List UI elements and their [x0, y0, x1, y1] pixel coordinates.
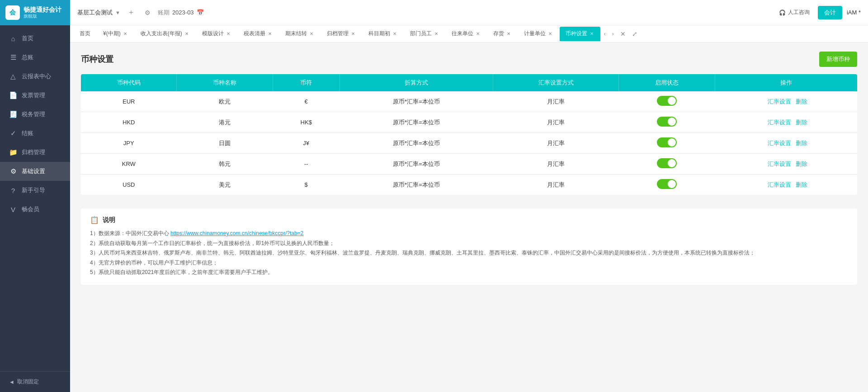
- toggle-switch[interactable]: [657, 117, 677, 127]
- tab-item[interactable]: 往来单位✕: [446, 27, 486, 41]
- tab-item[interactable]: 计量单位✕: [518, 27, 559, 41]
- tab-close-icon[interactable]: ✕: [434, 31, 439, 36]
- tab-close-icon[interactable]: ✕: [506, 31, 511, 36]
- sidebar-item-label: 新手引导: [22, 186, 45, 194]
- invoice-icon: 📄: [9, 91, 17, 99]
- col-method: 折算方式: [340, 74, 493, 91]
- cell-symbol: €: [273, 91, 340, 112]
- sidebar-item-label: 归档管理: [22, 148, 45, 156]
- sidebar-item-checkout[interactable]: ✓ 结账: [0, 124, 70, 143]
- cell-code: JPY: [81, 133, 177, 154]
- tab-close-icon[interactable]: ✕: [123, 31, 128, 36]
- tab-item[interactable]: 存货✕: [487, 27, 517, 41]
- delete-link[interactable]: 删除: [796, 181, 807, 188]
- tab-close-all-button[interactable]: ✕: [618, 28, 628, 39]
- sidebar-item-label: 税务管理: [22, 110, 45, 118]
- toggle-switch[interactable]: [657, 179, 677, 189]
- tab-item[interactable]: 归档管理✕: [321, 27, 362, 41]
- accounting-button[interactable]: 会计: [818, 6, 842, 19]
- rate-setting-link[interactable]: 汇率设置: [768, 181, 791, 188]
- cell-actions: 汇率设置 删除: [715, 154, 857, 175]
- delete-link[interactable]: 删除: [796, 140, 807, 146]
- sidebar-item-member[interactable]: V 畅会员: [0, 200, 70, 219]
- tab-close-icon[interactable]: ✕: [184, 31, 189, 36]
- sidebar: 会 畅捷通好会计 旗舰版 ⌂ 首页 ☰ 总账 △ 云报表中心 📄 发票管理 🧾 …: [0, 0, 70, 392]
- sidebar-item-label: 结账: [22, 129, 33, 137]
- sidebar-item-tax[interactable]: 🧾 税务管理: [0, 105, 70, 124]
- cell-rate-type: 月汇率: [493, 133, 619, 154]
- sidebar-item-reports[interactable]: △ 云报表中心: [0, 67, 70, 86]
- sidebar-item-settings[interactable]: ⚙ 基础设置: [0, 162, 70, 181]
- sidebar-footer[interactable]: ◄ 取消固定: [0, 371, 70, 392]
- delete-link[interactable]: 删除: [796, 98, 807, 105]
- rate-setting-link[interactable]: 汇率设置: [768, 140, 791, 146]
- cell-actions: 汇率设置 删除: [715, 91, 857, 112]
- pin-icon: ◄: [9, 379, 14, 385]
- tab-close-icon[interactable]: ✕: [547, 31, 553, 36]
- new-currency-button[interactable]: 新增币种: [819, 52, 857, 67]
- settings-icon[interactable]: ⚙: [142, 8, 153, 17]
- tab-label: 存货: [493, 30, 504, 38]
- tabbar: 首页¥(中期)✕收入支出表(年报)✕模版设计✕税表清册✕期末结转✕归档管理✕科目…: [70, 25, 868, 43]
- sidebar-item-guide[interactable]: ? 新手引导: [0, 181, 70, 200]
- table-header-row: 币种代码 币种名称 币符 折算方式 汇率设置方式 启用状态 操作: [81, 74, 857, 91]
- table-row: JPY 日圆 J¥ 原币*汇率=本位币 月汇率 汇率设置 删除: [81, 133, 857, 154]
- cell-code: KRW: [81, 154, 177, 175]
- sidebar-item-archive[interactable]: 📁 归档管理: [0, 143, 70, 162]
- notes-link[interactable]: https://www.chinamoney.com.cn/chinese/bk…: [170, 230, 303, 236]
- tab-prev-button[interactable]: ‹: [601, 29, 609, 39]
- sidebar-nav: ⌂ 首页 ☰ 总账 △ 云报表中心 📄 发票管理 🧾 税务管理 ✓ 结账 📁 归…: [0, 25, 70, 371]
- add-tab-button[interactable]: ＋: [125, 7, 137, 18]
- company-selector[interactable]: 基层工会测试 ▼: [77, 9, 120, 17]
- tab-item[interactable]: ¥(中期)✕: [97, 27, 134, 41]
- tab-close-icon[interactable]: ✕: [309, 31, 314, 36]
- sidebar-item-label: 云报表中心: [22, 72, 51, 80]
- cell-symbol: J¥: [273, 133, 340, 154]
- notes-item: 1）数据来源：中国外汇交易中心 https://www.chinamoney.c…: [90, 229, 848, 239]
- reports-icon: △: [9, 72, 17, 80]
- toggle-thumb: [668, 138, 676, 146]
- tab-item[interactable]: 币种设置✕: [560, 27, 600, 41]
- toggle-switch[interactable]: [657, 158, 677, 168]
- rate-setting-link[interactable]: 汇率设置: [768, 98, 791, 105]
- checkout-icon: ✓: [9, 129, 17, 137]
- tab-item[interactable]: 科目期初✕: [363, 27, 403, 41]
- tab-item[interactable]: 期末结转✕: [279, 27, 320, 41]
- cell-method: 原币*汇率=本位币: [340, 112, 493, 133]
- tab-close-icon[interactable]: ✕: [589, 31, 594, 36]
- rate-setting-link[interactable]: 汇率设置: [768, 119, 791, 126]
- tab-item[interactable]: 模版设计✕: [196, 27, 237, 41]
- tab-label: ¥(中期): [103, 30, 121, 38]
- tab-close-icon[interactable]: ✕: [392, 31, 397, 36]
- sidebar-item-invoice[interactable]: 📄 发票管理: [0, 86, 70, 105]
- sidebar-item-label: 基础设置: [22, 167, 45, 175]
- tab-next-button[interactable]: ›: [609, 29, 617, 39]
- sidebar-item-home[interactable]: ⌂ 首页: [0, 29, 70, 48]
- page-header: 币种设置 新增币种: [81, 52, 857, 67]
- tab-item[interactable]: 收入支出表(年报)✕: [135, 27, 195, 41]
- col-rate-type: 汇率设置方式: [493, 74, 619, 91]
- sidebar-item-ledger[interactable]: ☰ 总账: [0, 48, 70, 67]
- col-name: 币种名称: [177, 74, 273, 91]
- cell-name: 日圆: [177, 133, 273, 154]
- tab-item[interactable]: 部门员工✕: [404, 27, 445, 41]
- ledger-icon: ☰: [9, 53, 17, 61]
- rate-setting-link[interactable]: 汇率设置: [768, 161, 791, 167]
- tab-expand-button[interactable]: ⤢: [629, 28, 640, 39]
- delete-link[interactable]: 删除: [796, 119, 807, 126]
- tab-close-icon[interactable]: ✕: [475, 31, 481, 36]
- calendar-icon[interactable]: 📅: [197, 9, 204, 16]
- toggle-switch[interactable]: [657, 96, 677, 106]
- tab-close-icon[interactable]: ✕: [350, 31, 356, 36]
- notes-title: 📋 说明: [90, 216, 848, 224]
- tab-close-icon[interactable]: ✕: [267, 31, 273, 36]
- toggle-switch[interactable]: [657, 137, 677, 147]
- tab-item[interactable]: 税表清册✕: [238, 27, 278, 41]
- company-name: 基层工会测试: [77, 9, 113, 17]
- notes-item: 3）人民币对马来西亚林吉特、俄罗斯卢布、南非兰特、韩元、阿联酋迪拉姆、沙特里亚尔…: [90, 248, 848, 258]
- delete-link[interactable]: 删除: [796, 161, 807, 167]
- tab-close-icon[interactable]: ✕: [226, 31, 231, 36]
- consult-button[interactable]: 🎧 人工咨询: [775, 7, 813, 18]
- tab-item[interactable]: 首页: [74, 27, 96, 41]
- cell-actions: 汇率设置 删除: [715, 133, 857, 154]
